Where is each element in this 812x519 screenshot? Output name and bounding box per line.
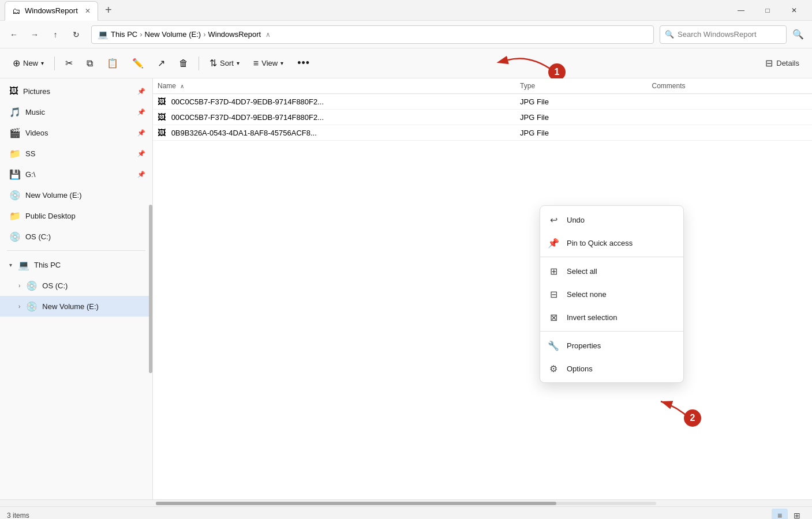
context-menu-item-properties[interactable]: 🔧 Properties <box>540 334 683 357</box>
sidebar-scrollbar[interactable] <box>149 78 152 499</box>
file-name: 0B9B326A-0543-4DA1-8AF8-45756ACF8... <box>171 129 317 137</box>
table-row[interactable]: 🖼 0B9B326A-0543-4DA1-8AF8-45756ACF8... J… <box>153 125 812 141</box>
sidebar-item-videos[interactable]: 🎬 Videos 📌 <box>0 122 152 143</box>
new-volume-icon: 💿 <box>9 190 21 201</box>
context-menu-item-invert-selection[interactable]: ⊠ Invert selection <box>540 306 683 329</box>
ctx-label-7: Properties <box>567 341 601 350</box>
breadcrumb-sep1: › <box>140 30 142 39</box>
new-tab-button[interactable]: + <box>99 1 118 20</box>
context-menu-item-pin-to-quick-access[interactable]: 📌 Pin to Quick access <box>540 231 683 254</box>
view-label: View <box>261 59 278 67</box>
active-tab[interactable]: 🗂 WindowsReport ✕ <box>5 1 98 21</box>
search-input[interactable] <box>678 30 770 39</box>
cut-button[interactable]: ✂ <box>59 53 78 74</box>
videos-icon: 🎬 <box>9 127 21 138</box>
forward-button[interactable]: → <box>25 25 44 44</box>
sidebar-item-new-volume[interactable]: 💿 New Volume (E:) <box>0 185 152 205</box>
new-button[interactable]: ⊕ New ▾ <box>7 53 50 74</box>
delete-icon: 🗑 <box>179 58 188 69</box>
os-c-label: OS (C:) <box>25 232 51 241</box>
ctx-label-3: Select all <box>567 267 597 276</box>
view-button[interactable]: ≡ View ▾ <box>248 53 289 74</box>
more-button[interactable]: ••• <box>291 53 316 74</box>
sidebar-item-os-c[interactable]: 💿 OS (C:) <box>0 226 152 247</box>
pin-icon-g: 📌 <box>137 171 145 178</box>
sidebar-os-c-sub[interactable]: › 💿 OS (C:) <box>0 275 152 296</box>
copy-icon: ⧉ <box>87 58 93 69</box>
breadcrumb-folder[interactable]: WindowsReport <box>208 30 261 39</box>
ctx-label-0: Undo <box>567 216 585 224</box>
ctx-icon-3: ⊞ <box>547 265 560 277</box>
breadcrumb-new-volume[interactable]: New Volume (E:) <box>145 30 201 39</box>
sort-icon: ⇅ <box>209 58 217 69</box>
pin-icon-music: 📌 <box>137 108 145 116</box>
scrollbar-track[interactable] <box>156 502 656 505</box>
back-button[interactable]: ← <box>5 25 23 44</box>
table-row[interactable]: 🖼 00C0C5B7-F37D-4DD7-9EDB-9714F880F2... … <box>153 110 812 125</box>
public-desktop-label: Public Desktop <box>25 212 76 220</box>
sidebar-this-pc[interactable]: ▾ 💻 This PC <box>0 254 152 275</box>
sidebar-scrollbar-thumb[interactable] <box>149 205 152 373</box>
sort-button[interactable]: ⇅ Sort ▾ <box>204 53 245 74</box>
file-type-cell: JPG File <box>515 110 647 125</box>
sidebar-item-ss[interactable]: 📁 SS 📌 <box>0 143 152 164</box>
horizontal-scrollbar[interactable] <box>0 499 812 506</box>
context-menu-item-options[interactable]: ⚙ Options <box>540 357 683 380</box>
context-menu-item-select-none[interactable]: ⊟ Select none <box>540 283 683 306</box>
scrollbar-thumb[interactable] <box>156 502 556 505</box>
copy-button[interactable]: ⧉ <box>81 53 99 74</box>
sort-arrow-indicator: ∧ <box>265 31 271 39</box>
expand-os-c-icon: › <box>18 283 20 289</box>
new-volume-sub-label: New Volume (E:) <box>42 302 99 311</box>
delete-button[interactable]: 🗑 <box>173 53 194 74</box>
os-c-sub-label: OS (C:) <box>42 281 68 290</box>
sidebar-item-pictures[interactable]: 🖼 Pictures 📌 <box>0 81 152 101</box>
videos-label: Videos <box>25 129 48 137</box>
pin-icon-pictures: 📌 <box>137 88 145 95</box>
close-button[interactable]: ✕ <box>781 1 807 20</box>
ctx-icon-0: ↩ <box>547 213 560 226</box>
sidebar: 🖼 Pictures 📌 🎵 Music 📌 🎬 Videos 📌 📁 SS 📌… <box>0 78 153 499</box>
tab-close[interactable]: ✕ <box>85 7 91 15</box>
search-box[interactable]: 🔍 <box>660 25 787 44</box>
expand-this-pc-icon: ▾ <box>9 262 12 268</box>
new-dropdown-icon: ▾ <box>41 60 44 66</box>
sidebar-new-volume-sub[interactable]: › 💿 New Volume (E:) <box>0 296 152 317</box>
up-button[interactable]: ↑ <box>46 25 65 44</box>
list-view-toggle[interactable]: ≡ <box>772 509 788 520</box>
search-button[interactable]: 🔍 <box>789 25 807 44</box>
context-menu-separator <box>540 331 683 332</box>
context-menu-item-undo[interactable]: ↩ Undo <box>540 208 683 231</box>
col-type-label: Type <box>520 82 535 90</box>
share-button[interactable]: ↗ <box>152 53 171 74</box>
col-comments-label: Comments <box>652 82 685 90</box>
sort-dropdown-icon: ▾ <box>237 60 240 66</box>
breadcrumb[interactable]: 💻 This PC › New Volume (E:) › WindowsRep… <box>91 25 654 44</box>
grid-view-toggle[interactable]: ⊞ <box>789 509 805 520</box>
more-icon: ••• <box>297 57 310 69</box>
details-label: Details <box>776 59 799 67</box>
sidebar-item-g[interactable]: 💾 G:\ 📌 <box>0 164 152 185</box>
breadcrumb-this-pc[interactable]: This PC <box>111 30 137 39</box>
arrow-annotation-1: 1 <box>496 43 566 80</box>
file-name-cell: 🖼 00C0C5B7-F37D-4DD7-9EDB-9714F880F2... <box>153 94 515 110</box>
rename-button[interactable]: ✏️ <box>126 53 149 74</box>
file-icon: 🖼 <box>158 97 166 106</box>
sidebar-item-music[interactable]: 🎵 Music 📌 <box>0 101 152 122</box>
col-comments-header[interactable]: Comments <box>647 78 812 94</box>
paste-button[interactable]: 📋 <box>101 53 124 74</box>
g-label: G:\ <box>25 170 35 179</box>
pc-icon: 💻 <box>98 29 108 40</box>
maximize-button[interactable]: □ <box>754 1 781 20</box>
context-menu-item-select-all[interactable]: ⊞ Select all <box>540 260 683 283</box>
col-name-header[interactable]: Name ∧ <box>153 78 515 94</box>
details-button[interactable]: ⊟ Details <box>759 58 805 69</box>
table-row[interactable]: 🖼 00C0C5B7-F37D-4DD7-9EDB-9714F880F2... … <box>153 94 812 110</box>
col-type-header[interactable]: Type <box>515 78 647 94</box>
refresh-button[interactable]: ↻ <box>67 25 85 44</box>
file-icon: 🖼 <box>158 112 166 122</box>
view-icon: ≡ <box>253 58 259 69</box>
sidebar-item-public-desktop[interactable]: 📁 Public Desktop <box>0 205 152 226</box>
minimize-button[interactable]: — <box>728 1 754 20</box>
this-pc-icon: 💻 <box>18 260 29 270</box>
